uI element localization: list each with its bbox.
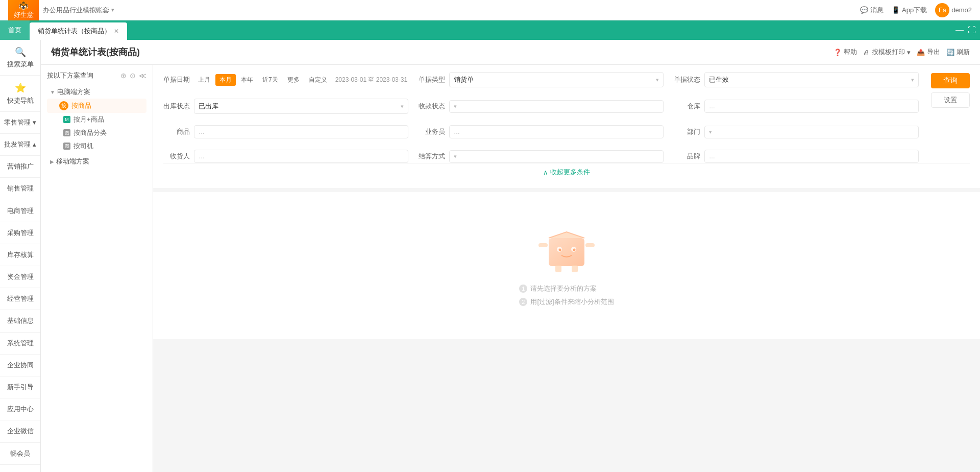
sidebar-item-enterprise-wechat[interactable]: 企业微信 xyxy=(0,420,40,442)
filter-dept-item: 部门 xyxy=(674,126,919,138)
app-download-btn[interactable]: 📱 App下载 xyxy=(892,6,927,15)
sidebar-item-marketing[interactable]: 营销推广 xyxy=(0,156,40,178)
receiver-input[interactable]: … xyxy=(194,150,408,163)
edit-scheme-btn[interactable]: ⊙ xyxy=(130,72,136,80)
help-label: 帮助 xyxy=(844,48,857,57)
page-title: 销货单统计表(按商品) xyxy=(51,46,140,64)
scheme-sub-item-month-goods[interactable]: M 按月+商品 xyxy=(47,113,146,126)
sidebar-item-vip[interactable]: 畅会员 xyxy=(0,443,40,465)
out-status-input[interactable]: 已出库 xyxy=(194,99,408,114)
tab-home[interactable]: 首页 xyxy=(0,20,30,40)
date-tab-last-month[interactable]: 上月 xyxy=(194,74,214,86)
retail-arrow: ▾ xyxy=(33,119,36,126)
purchase-label: 采购管理 xyxy=(7,229,34,237)
wholesale-label: 批发管理 xyxy=(4,140,31,148)
sidebar-item-search[interactable]: 🔍 搜索菜单 xyxy=(0,40,40,76)
sidebar-item-wholesale[interactable]: 批发管理 ▴ xyxy=(0,134,40,156)
sidebar-item-retail[interactable]: 零售管理 ▾ xyxy=(0,112,40,134)
tab-minimize-btn[interactable]: — xyxy=(955,26,964,35)
logo-icon: 🐯 xyxy=(18,1,29,11)
collect-status-input[interactable] xyxy=(449,100,664,113)
sidebar-item-new-guide[interactable]: 新手引导 xyxy=(0,376,40,398)
sidebar-item-operations[interactable]: 经营管理 xyxy=(0,288,40,310)
sidebar-item-ecommerce[interactable]: 电商管理 xyxy=(0,200,40,222)
out-status-arrow xyxy=(401,103,404,110)
empty-illustration xyxy=(536,223,597,274)
action-col: 查询 设置 xyxy=(923,72,970,108)
scheme-group-pc-header[interactable]: ▼ 电脑端方案 xyxy=(47,85,146,99)
tab-home-label: 首页 xyxy=(8,26,21,35)
scheme-group-mobile-arrow: ▶ xyxy=(50,159,54,164)
date-tab-more[interactable]: 更多 xyxy=(283,74,304,86)
export-btn[interactable]: 📤 导出 xyxy=(917,48,940,57)
filter-area: 单据日期 上月 本月 本年 近7天 更多 自定义 xyxy=(153,65,980,188)
message-btn[interactable]: 💬 消息 xyxy=(860,6,884,15)
warehouse-label: 仓库 xyxy=(674,102,704,111)
refresh-btn[interactable]: 🔄 刷新 xyxy=(946,48,970,57)
user-menu[interactable]: Ea demo2 xyxy=(935,3,972,17)
tip-text-2: 用[过滤]条件来缩小分析范围 xyxy=(530,295,614,309)
scheme-item-by-goods-label: 按商品 xyxy=(71,101,91,110)
sidebar-item-enterprise[interactable]: 企业协同 xyxy=(0,355,40,376)
sales-mgmt-label: 销售管理 xyxy=(7,184,34,192)
app-download-label: App下载 xyxy=(902,6,927,15)
sidebar-item-system[interactable]: 系统管理 xyxy=(0,333,40,355)
sidebar-item-quick-nav[interactable]: ⭐ 快捷导航 xyxy=(0,76,40,111)
sidebar-item-app-center[interactable]: 应用中心 xyxy=(0,398,40,420)
query-button[interactable]: 查询 xyxy=(931,73,970,88)
scheme-group-mobile: ▶ 移动端方案 xyxy=(47,155,146,168)
add-scheme-btn[interactable]: ⊕ xyxy=(120,72,127,80)
setting-button[interactable]: 设置 xyxy=(931,92,970,108)
collapse-panel-btn[interactable]: ≪ xyxy=(139,72,146,80)
empty-svg xyxy=(536,223,597,274)
tab-maximize-btn[interactable]: ⛶ xyxy=(968,26,976,35)
collect-status-arrow xyxy=(454,103,457,110)
goods-input[interactable]: … xyxy=(194,125,408,138)
scheme-sub-item-driver[interactable]: 图 按司机 xyxy=(47,139,146,153)
help-btn[interactable]: ❓ 帮助 xyxy=(834,48,857,57)
date-tab-custom[interactable]: 自定义 xyxy=(305,74,331,86)
app-center-label: 应用中心 xyxy=(7,405,34,413)
collapse-row[interactable]: ∧ 收起更多条件 xyxy=(163,163,970,181)
filter-row-1: 单据日期 上月 本月 本年 近7天 更多 自定义 xyxy=(163,72,919,87)
sidebar-item-inventory[interactable]: 库存核算 xyxy=(0,244,40,266)
sidebar-item-finance[interactable]: 资金管理 xyxy=(0,266,40,288)
tabbar-actions: — ⛶ xyxy=(951,20,980,40)
wholesale-arrow: ▴ xyxy=(33,140,36,148)
tab-close-btn[interactable]: ✕ xyxy=(114,28,119,35)
receiver-dots: … xyxy=(199,153,205,160)
refresh-label: 刷新 xyxy=(957,48,970,57)
dept-input[interactable] xyxy=(704,126,919,138)
sidebar-item-purchase[interactable]: 采购管理 xyxy=(0,222,40,244)
left-panel-title: 按以下方案查询 xyxy=(47,71,93,80)
print-btn[interactable]: 🖨 按模板打印 ▾ xyxy=(863,48,911,57)
refresh-icon: 🔄 xyxy=(946,49,954,56)
date-tab-7days[interactable]: 近7天 xyxy=(258,74,282,86)
tab-sales-report[interactable]: 销货单统计表（按商品） ✕ xyxy=(30,22,127,40)
payment-input[interactable] xyxy=(449,150,664,163)
scheme-group-pc-arrow: ▼ xyxy=(50,89,55,95)
collect-status-label: 收款状态 xyxy=(419,102,449,111)
order-status-input[interactable]: 已生效 xyxy=(704,72,919,87)
scheme-sub-icon-3: 图 xyxy=(63,143,70,150)
ecommerce-label: 电商管理 xyxy=(7,207,34,215)
date-tab-this-month[interactable]: 本月 xyxy=(215,74,236,86)
filter-date-item: 单据日期 上月 本月 本年 近7天 更多 自定义 xyxy=(163,74,408,86)
system-label: 系统管理 xyxy=(7,339,34,347)
tab-sales-report-label: 销货单统计表（按商品） xyxy=(38,27,111,36)
order-type-input[interactable]: 销货单 xyxy=(449,72,664,87)
sidebar-item-base-info[interactable]: 基础信息 xyxy=(0,310,40,332)
scheme-item-by-goods[interactable]: 按 按商品 xyxy=(47,99,146,113)
date-tab-this-year[interactable]: 本年 xyxy=(237,74,257,86)
brand-input[interactable]: … xyxy=(704,150,919,163)
sidebar-item-sales-mgmt[interactable]: 销售管理 xyxy=(0,178,40,200)
filter-brand-item: 品牌 … xyxy=(674,150,919,163)
print-label: 按模板打印 xyxy=(872,48,905,57)
staff-input[interactable]: … xyxy=(449,125,664,138)
base-info-label: 基础信息 xyxy=(7,317,34,324)
scheme-group-mobile-header[interactable]: ▶ 移动端方案 xyxy=(47,155,146,168)
warehouse-input[interactable]: … xyxy=(704,100,919,113)
export-label: 导出 xyxy=(927,48,940,57)
scheme-sub-item-goods-cat[interactable]: 图 按商品分类 xyxy=(47,126,146,139)
app-title-dropdown[interactable]: 办公用品行业模拟账套 ▾ xyxy=(43,6,114,15)
